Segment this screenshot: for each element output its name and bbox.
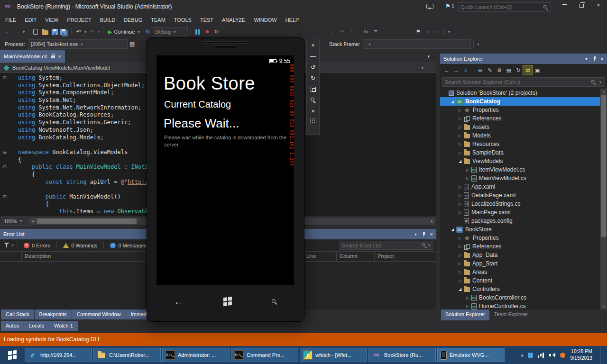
menu-item-view[interactable]: VIEW <box>41 14 63 26</box>
panel-tab-team-explorer[interactable]: Team Explorer <box>490 309 532 320</box>
expander-collapsed-icon[interactable]: ▷ <box>465 168 470 172</box>
save-all-button[interactable] <box>60 27 68 37</box>
taskbar-item-emulator-wvg[interactable]: Emulator WVG... <box>437 348 505 362</box>
expander-collapsed-icon[interactable]: ▷ <box>457 236 463 240</box>
properties-button[interactable]: ⚙ <box>495 65 504 75</box>
expander-collapsed-icon[interactable]: ▷ <box>457 279 463 283</box>
expander-expanded-icon[interactable]: ◢ <box>457 159 463 164</box>
column-header-project[interactable]: Project <box>375 252 436 262</box>
refresh-button[interactable]: ↻ <box>514 65 523 75</box>
solution-explorer-search-input[interactable] <box>445 79 589 85</box>
fit-to-screen-button[interactable] <box>307 84 319 94</box>
step-out-button[interactable]: ↑ <box>347 27 356 37</box>
pin-icon[interactable] <box>593 56 597 62</box>
expander-collapsed-icon[interactable]: ▷ <box>465 296 470 300</box>
navigate-forward-button[interactable]: → <box>13 27 21 37</box>
expander-collapsed-icon[interactable]: ▷ <box>457 117 463 121</box>
preview-selected-items-button[interactable]: ▣ <box>533 65 542 75</box>
restart-button[interactable]: ↻ <box>144 27 152 37</box>
expander-collapsed-icon[interactable]: ▷ <box>465 304 470 309</box>
tree-item-itemviewmodel-cs[interactable]: ▷ItemViewModel.cs <box>440 165 600 174</box>
start-button[interactable] <box>0 346 25 364</box>
tree-item-resources[interactable]: ▷Resources <box>440 140 600 148</box>
next-bookmark-button[interactable]: » <box>433 27 441 37</box>
expander-expanded-icon[interactable]: ◢ <box>450 228 455 232</box>
expander-collapsed-icon[interactable]: ▷ <box>457 253 463 257</box>
undo-button[interactable]: ↶ <box>74 27 83 37</box>
home-button[interactable]: ⌂ <box>461 65 470 75</box>
tree-item-app-start[interactable]: ▷App_Start <box>440 259 600 268</box>
tree-item-app-xaml[interactable]: ▷App.xaml <box>440 182 600 191</box>
tree-item-homecontroller-cs[interactable]: ▷HomeController.cs <box>440 302 600 309</box>
expander-collapsed-icon[interactable]: ▷ <box>457 270 463 274</box>
step-into-button[interactable]: ↓ <box>328 27 337 37</box>
menu-item-build[interactable]: BUILD <box>96 14 120 26</box>
expander-collapsed-icon[interactable]: ▷ <box>457 202 463 206</box>
tree-item-bookstore[interactable]: ◢BookStore <box>440 225 600 234</box>
open-file-button[interactable] <box>41 27 49 37</box>
warnings-toggle-button[interactable]: 0 Warnings <box>59 241 101 250</box>
debug-target-combo[interactable]: Debug ▾ <box>153 27 188 36</box>
thread-list-button[interactable]: ▤ <box>128 39 137 49</box>
menu-item-project[interactable]: PROJECT <box>63 14 95 26</box>
step-over-button[interactable]: ↷ <box>338 27 346 37</box>
tool-tab-breakpoints[interactable]: Breakpoints <box>35 309 72 319</box>
search-button[interactable] <box>271 299 277 305</box>
fold-collapse-icon[interactable]: ⊟ <box>0 149 9 156</box>
navigate-dropdown-icon[interactable]: ▾ <box>23 30 25 34</box>
expander-expanded-icon[interactable]: ◢ <box>457 287 463 291</box>
scroll-up-icon[interactable]: ▲ <box>600 89 607 94</box>
taskbar-item-c-users-rober[interactable]: C:\Users\Rober... <box>93 348 161 362</box>
tree-item-content[interactable]: ▷Content <box>440 276 600 285</box>
show-desktop-button[interactable] <box>600 346 603 364</box>
scrollbar-thumb[interactable] <box>37 218 137 224</box>
taskbar-item-bookstore-ru[interactable]: BookStore (Ru... <box>368 348 436 362</box>
tree-item-packages-config[interactable]: packages.config <box>440 217 600 225</box>
tree-item-references[interactable]: ▷References <box>440 242 600 251</box>
break-all-button[interactable] <box>193 27 202 37</box>
fold-collapse-icon[interactable]: ⊟ <box>0 74 9 82</box>
errors-toggle-button[interactable]: 0 Errors <box>20 241 54 250</box>
tree-item-areas[interactable]: ▷Areas <box>440 268 600 276</box>
taskbar-item-administrator[interactable]: Administrator: ... <box>162 348 230 362</box>
close-emulator-button[interactable]: × <box>307 40 319 51</box>
tree-item-detailspage-xaml[interactable]: ▷DetailsPage.xaml <box>440 191 600 200</box>
tree-item-localizedstrings-cs[interactable]: ▷LocalizedStrings.cs <box>440 200 600 208</box>
back-button[interactable]: ← <box>442 65 451 75</box>
fold-collapse-icon[interactable]: ⊟ <box>0 193 9 201</box>
zoom-combo[interactable]: 100% ▾ <box>1 217 28 226</box>
action-center-icon[interactable] <box>528 353 533 358</box>
hidden-icons-chevron[interactable]: ▴ <box>521 353 524 357</box>
messages-toggle-button[interactable]: 0 Messages <box>106 241 150 250</box>
redo-dropdown-icon[interactable]: ▾ <box>98 30 100 34</box>
tree-item-viewmodels[interactable]: ◢ViewModels <box>440 157 600 165</box>
rotate-right-button[interactable]: ↻ <box>307 73 319 83</box>
expander-expanded-icon[interactable]: ◢ <box>450 100 455 104</box>
fold-collapse-icon[interactable]: ⊟ <box>0 164 9 171</box>
tool-tab-locals[interactable]: Locals <box>24 321 49 331</box>
emulator-screen[interactable]: 9:55 Book Store Current Catalog Please W… <box>156 55 294 285</box>
toolbar-overflow-button[interactable]: ▾ <box>448 30 450 34</box>
pending-changes-filter-button[interactable]: ✎ <box>485 65 495 75</box>
tree-item-mainpage-xaml[interactable]: ▷MainPage.xaml <box>440 208 600 217</box>
search-dropdown-icon[interactable]: ▾ <box>599 80 601 84</box>
tree-item-assets[interactable]: ▷Assets <box>440 123 600 131</box>
close-panel-icon[interactable]: × <box>430 231 433 237</box>
menu-item-test[interactable]: TEST <box>196 14 218 26</box>
menu-item-help[interactable]: HELP <box>281 14 304 26</box>
tree-item-properties[interactable]: ▷⚙Properties <box>440 234 600 242</box>
network-icon[interactable] <box>538 352 544 358</box>
tab-mainviewmodel-cs[interactable]: MainViewModel.cs × <box>0 50 65 63</box>
solution-explorer-header[interactable]: Solution Explorer ▾ × <box>440 54 607 64</box>
window-menu-icon[interactable]: ▾ <box>586 57 588 61</box>
sync-with-active-document-button[interactable]: ⇄ <box>523 65 533 75</box>
alert-icon[interactable] <box>560 353 565 358</box>
tree-item-sampledata[interactable]: ▷SampleData <box>440 148 600 157</box>
stop-debugging-button[interactable]: ■ <box>203 27 212 37</box>
tree-item-references[interactable]: ▷References <box>440 114 600 123</box>
restart-debugging-button[interactable]: ↻ <box>212 27 221 37</box>
close-document-icon[interactable]: × <box>58 54 61 59</box>
close-button[interactable]: × <box>590 0 607 10</box>
close-panel-icon[interactable]: × <box>601 56 604 62</box>
tree-item-properties[interactable]: ▷⚙Properties <box>440 106 600 114</box>
